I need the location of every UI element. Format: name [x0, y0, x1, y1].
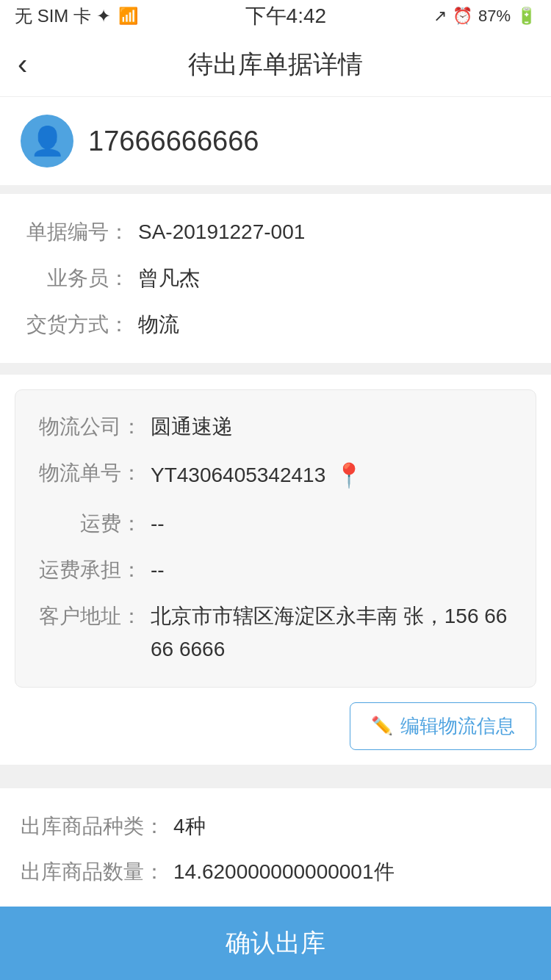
- goods-types-row: 出库商品种类： 4种: [21, 810, 530, 843]
- battery-icon: 🔋: [516, 7, 536, 26]
- document-number-label: 单据编号：: [21, 216, 138, 249]
- document-number-row: 单据编号： SA-20191227-001: [21, 216, 530, 249]
- delivery-method-label: 交货方式：: [21, 309, 138, 342]
- location-status-icon: ↗: [433, 7, 447, 26]
- avatar: 👤: [21, 115, 73, 167]
- logistics-company-label: 物流公司：: [33, 411, 151, 444]
- goods-quantity-label: 出库商品数量：: [21, 856, 173, 889]
- tracking-number: YT4306405342413: [151, 459, 325, 492]
- freight-value: --: [151, 508, 518, 541]
- goods-quantity-row: 出库商品数量： 14.620000000000001件: [21, 856, 530, 889]
- edit-icon: ✏️: [371, 716, 393, 736]
- goods-types-value: 4种: [173, 810, 530, 843]
- freight-row: 运费： --: [33, 508, 518, 541]
- page-title: 待出库单据详情: [188, 48, 363, 82]
- status-left: 无 SIM 卡 ✦ 📶: [15, 4, 138, 28]
- salesman-label: 业务员：: [21, 262, 138, 295]
- salesman-row: 业务员： 曾凡杰: [21, 262, 530, 295]
- logistics-company-row: 物流公司： 圆通速递: [33, 411, 518, 444]
- edit-logistics-label: 编辑物流信息: [400, 713, 515, 739]
- goods-types-label: 出库商品种类：: [21, 810, 173, 843]
- section-divider: [0, 777, 551, 788]
- delivery-method-value: 物流: [138, 309, 530, 342]
- tracking-value: YT4306405342413 📍: [151, 457, 518, 494]
- address-row: 客户地址： 北京市市辖区海淀区永丰南 张，156 6666 6666: [33, 600, 518, 666]
- tracking-location-icon[interactable]: 📍: [334, 457, 364, 494]
- tracking-row: 物流单号： YT4306405342413 📍: [33, 457, 518, 494]
- confirm-outbound-button[interactable]: 确认出库: [226, 926, 325, 960]
- freight-bearer-value: --: [151, 554, 518, 587]
- customer-header: 👤 17666666666: [0, 97, 551, 185]
- status-bar: 无 SIM 卡 ✦ 📶 下午4:42 ↗ ⏰ 87% 🔋: [0, 0, 551, 32]
- dashed-divider: [0, 185, 551, 194]
- logistics-card: 物流公司： 圆通速递 物流单号： YT4306405342413 📍 运费： -…: [15, 389, 536, 687]
- goods-quantity-value: 14.620000000000001件: [173, 856, 530, 889]
- battery-level: 87%: [478, 7, 511, 26]
- alarm-icon: ⏰: [453, 7, 472, 26]
- back-button[interactable]: ‹: [18, 48, 27, 81]
- logistics-company-value: 圆通速递: [151, 411, 518, 444]
- avatar-icon: 👤: [30, 125, 65, 157]
- freight-bearer-label: 运费承担：: [33, 554, 151, 587]
- document-number-value: SA-20191227-001: [138, 216, 530, 249]
- status-right: ↗ ⏰ 87% 🔋: [433, 7, 536, 26]
- customer-phone: 17666666666: [88, 126, 259, 157]
- sim-status: 无 SIM 卡 ✦: [15, 4, 111, 28]
- wifi-icon: 📶: [118, 7, 138, 26]
- nav-bar: ‹ 待出库单据详情: [0, 32, 551, 97]
- address-label: 客户地址：: [33, 600, 151, 633]
- salesman-value: 曾凡杰: [138, 262, 530, 295]
- edit-logistics-button[interactable]: ✏️ 编辑物流信息: [350, 702, 536, 750]
- tracking-label: 物流单号：: [33, 457, 151, 490]
- edit-logistics-area: ✏️ 编辑物流信息: [0, 702, 551, 750]
- status-time: 下午4:42: [245, 2, 327, 30]
- confirm-btn-wrapper: 确认出库: [0, 907, 551, 980]
- address-value: 北京市市辖区海淀区永丰南 张，156 6666 6666: [151, 600, 518, 666]
- logistics-section: 物流公司： 圆通速递 物流单号： YT4306405342413 📍 运费： -…: [0, 375, 551, 764]
- order-info-section: 单据编号： SA-20191227-001 业务员： 曾凡杰 交货方式： 物流: [0, 194, 551, 363]
- freight-label: 运费：: [33, 508, 151, 541]
- freight-bearer-row: 运费承担： --: [33, 554, 518, 587]
- delivery-method-row: 交货方式： 物流: [21, 309, 530, 342]
